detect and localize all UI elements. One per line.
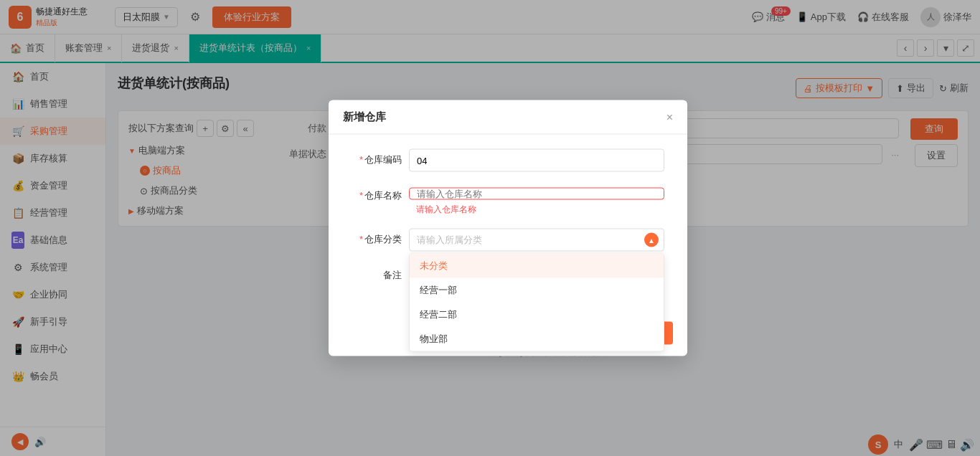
form-row-name: *仓库名称 请输入仓库名称 (352, 185, 664, 216)
code-input[interactable] (409, 149, 664, 172)
dropdown-item-3[interactable]: 物业部 (410, 327, 664, 351)
dropdown-item-2[interactable]: 经营二部 (410, 303, 664, 327)
modal-close-button[interactable]: × (666, 110, 673, 123)
dropdown-item-1[interactable]: 经营一部 (410, 278, 664, 303)
modal-body: *仓库编码 *仓库名称 请输入仓库名称 *仓库分类 (329, 135, 687, 315)
name-label: *仓库名称 (352, 185, 409, 202)
category-dropdown-wrap: 请输入所属分类 ▲ 未分类 经营一部 经营二部 物业部 (409, 229, 664, 252)
modal-header: 新增仓库 × (329, 100, 687, 135)
new-warehouse-modal: 新增仓库 × *仓库编码 *仓库名称 请输入仓库名称 (329, 100, 687, 356)
code-label: *仓库编码 (352, 149, 409, 166)
name-error-message: 请输入仓库名称 (416, 204, 664, 216)
dropdown-item-0[interactable]: 未分类 (410, 254, 664, 278)
form-row-category: *仓库分类 请输入所属分类 ▲ 未分类 经营一部 经营二部 物业部 (352, 229, 664, 252)
name-input[interactable] (409, 187, 664, 199)
category-dropdown-list: 未分类 经营一部 经营二部 物业部 (409, 253, 664, 352)
category-label: *仓库分类 (352, 229, 409, 246)
form-row-code: *仓库编码 (352, 149, 664, 172)
name-input-wrap (409, 187, 664, 199)
modal-title: 新增仓库 (343, 110, 386, 124)
category-dropdown-toggle[interactable]: 请输入所属分类 (409, 229, 664, 252)
note-label: 备注 (352, 265, 409, 282)
dropdown-arrow-icon[interactable]: ▲ (644, 233, 659, 247)
